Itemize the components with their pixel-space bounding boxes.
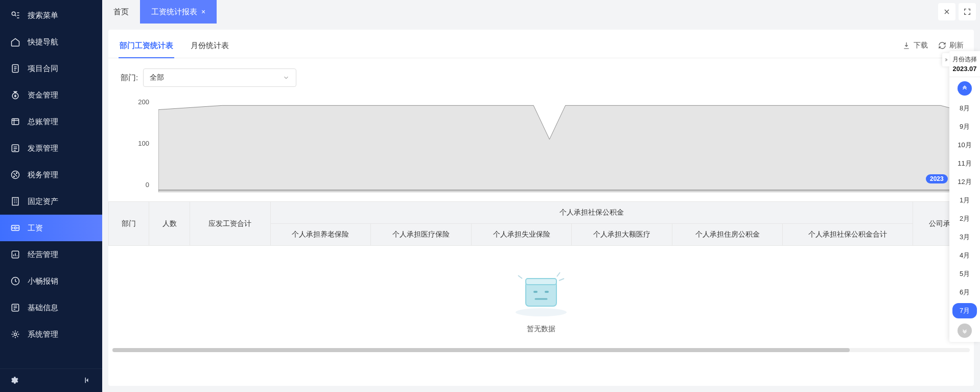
- chart-area: 0100200: [108, 91, 974, 196]
- table-subheader: 个人承担养老保险: [270, 224, 371, 246]
- subtab-0[interactable]: 部门工资统计表: [119, 37, 174, 58]
- tab-label: 首页: [113, 7, 129, 17]
- sidebar-item-label: 基础信息: [28, 303, 58, 313]
- sidebar-item-0[interactable]: 搜索菜单: [0, 2, 102, 29]
- collapse-sidebar-icon[interactable]: [83, 376, 93, 386]
- department-filter-label: 部门:: [121, 73, 138, 83]
- invoice-icon: [10, 143, 20, 153]
- sidebar: 搜索菜单快捷导航项目合同资金管理总账管理发票管理税务管理固定资产工资经营管理小畅…: [0, 0, 102, 392]
- sidebar-item-4[interactable]: 总账管理: [0, 108, 102, 135]
- chevron-down-icon: [283, 74, 290, 81]
- sidebar-item-8[interactable]: 工资: [0, 215, 102, 241]
- month-item-8[interactable]: 4月: [952, 248, 977, 263]
- subtabs: 部门工资统计表月份统计表 下载 刷新: [108, 30, 974, 58]
- sidebar-item-label: 税务管理: [28, 170, 58, 180]
- tab-close-icon[interactable]: ×: [201, 8, 205, 16]
- month-picker-panel: 月份选择 2023.07 2023 8月9月10月11月12月1月2月3月4月5…: [949, 51, 980, 342]
- svg-rect-6: [12, 198, 18, 205]
- building-icon: [10, 196, 20, 206]
- table-header: 人数: [149, 202, 190, 246]
- month-item-7[interactable]: 3月: [952, 229, 977, 245]
- download-icon: [902, 41, 911, 50]
- download-button[interactable]: 下载: [902, 41, 928, 50]
- year-badge: 2023: [926, 174, 948, 183]
- sidebar-item-1[interactable]: 快捷导航: [0, 29, 102, 55]
- sidebar-item-2[interactable]: 项目合同: [0, 55, 102, 82]
- reimburse-icon: [10, 276, 20, 286]
- month-item-11[interactable]: 7月: [952, 303, 977, 318]
- table-wrap[interactable]: 部门人数应发工资合计个人承担社保公积金公司承担个人承担养老保险个人承担医疗保险个…: [108, 201, 974, 246]
- sidebar-item-label: 小畅报销: [28, 276, 58, 286]
- tabs-bar-right: [938, 0, 980, 24]
- collapse-month-panel-button[interactable]: [942, 53, 949, 66]
- table-subheader: 个人承担医疗保险: [371, 224, 472, 246]
- y-tick: 200: [138, 98, 149, 106]
- content: 部门工资统计表月份统计表 下载 刷新: [102, 24, 980, 392]
- sidebar-item-7[interactable]: 固定资产: [0, 188, 102, 215]
- sidebar-item-label: 资金管理: [28, 90, 58, 100]
- month-scroll-down-button[interactable]: [958, 324, 972, 338]
- tabs-bar: 首页工资统计报表×: [102, 0, 980, 24]
- svg-point-12: [14, 333, 17, 336]
- table-header: 应发工资合计: [190, 202, 270, 246]
- chart-icon: [10, 249, 20, 260]
- salary-table: 部门人数应发工资合计个人承担社保公积金公司承担个人承担养老保险个人承担医疗保险个…: [108, 201, 974, 246]
- sidebar-item-10[interactable]: 小畅报销: [0, 268, 102, 294]
- refresh-button[interactable]: 刷新: [938, 41, 964, 50]
- money-bag-icon: [10, 90, 20, 100]
- search-list-icon: [10, 10, 20, 20]
- subtab-1[interactable]: 月份统计表: [190, 37, 230, 58]
- subtabs-host: 部门工资统计表月份统计表: [119, 37, 230, 58]
- month-item-1[interactable]: 9月: [952, 119, 977, 134]
- fullscreen-button[interactable]: [959, 3, 976, 20]
- scrollbar-thumb[interactable]: [112, 348, 850, 352]
- sidebar-item-11[interactable]: 基础信息: [0, 294, 102, 321]
- month-item-9[interactable]: 5月: [952, 266, 977, 282]
- svg-marker-13: [158, 105, 956, 192]
- sidebar-item-label: 发票管理: [28, 144, 58, 153]
- app-root: 搜索菜单快捷导航项目合同资金管理总账管理发票管理税务管理固定资产工资经营管理小畅…: [0, 0, 980, 392]
- filter-row: 部门: 全部: [108, 58, 974, 91]
- sidebar-item-9[interactable]: 经营管理: [0, 241, 102, 268]
- close-all-tabs-button[interactable]: [938, 3, 955, 20]
- svg-point-15: [516, 308, 567, 316]
- chart-plot: [158, 98, 956, 192]
- sidebar-item-3[interactable]: 资金管理: [0, 82, 102, 108]
- y-tick: 0: [146, 181, 149, 189]
- sidebar-item-12[interactable]: 系统管理: [0, 321, 102, 348]
- tax-icon: [10, 170, 20, 180]
- tabs-host: 首页工资统计报表×: [102, 0, 217, 24]
- month-item-4[interactable]: 12月: [952, 174, 977, 190]
- sidebar-item-label: 项目合同: [28, 64, 58, 74]
- month-item-0[interactable]: 8月: [952, 101, 977, 116]
- month-scroll-up-button[interactable]: [958, 81, 972, 96]
- month-item-10[interactable]: 6月: [952, 285, 977, 300]
- table-header: 部门: [109, 202, 149, 246]
- home-icon: [10, 37, 20, 47]
- sidebar-item-label: 经营管理: [28, 250, 58, 260]
- sidebar-item-6[interactable]: 税务管理: [0, 162, 102, 188]
- month-item-5[interactable]: 1月: [952, 193, 977, 208]
- department-select[interactable]: 全部: [143, 68, 296, 87]
- chart-svg: [158, 98, 956, 192]
- month-item-6[interactable]: 2月: [952, 211, 977, 226]
- table-subheader: 个人承担大额医疗: [572, 224, 672, 246]
- sidebar-items: 搜索菜单快捷导航项目合同资金管理总账管理发票管理税务管理固定资产工资经营管理小畅…: [0, 0, 102, 368]
- month-item-3[interactable]: 11月: [952, 156, 977, 171]
- sidebar-item-label: 快捷导航: [28, 37, 58, 47]
- empty-illustration-icon: [508, 261, 574, 317]
- sidebar-item-label: 搜索菜单: [28, 11, 58, 20]
- download-label: 下载: [914, 41, 928, 50]
- table-subheader: 个人承担社保公积金合计: [783, 224, 913, 246]
- horizontal-scrollbar[interactable]: [112, 347, 970, 352]
- chart-y-axis: 0100200: [121, 94, 153, 196]
- month-list: 2023 8月9月10月11月12月1月2月3月4月5月6月7月: [949, 100, 980, 319]
- sidebar-item-5[interactable]: 发票管理: [0, 135, 102, 162]
- tab-1[interactable]: 工资统计报表×: [140, 0, 217, 24]
- svg-rect-19: [545, 291, 549, 293]
- month-item-2[interactable]: 10月: [952, 137, 977, 153]
- tab-label: 工资统计报表: [151, 7, 197, 17]
- month-panel-title: 月份选择: [949, 51, 980, 65]
- tab-0[interactable]: 首页: [102, 0, 140, 24]
- settings-icon[interactable]: [9, 376, 19, 386]
